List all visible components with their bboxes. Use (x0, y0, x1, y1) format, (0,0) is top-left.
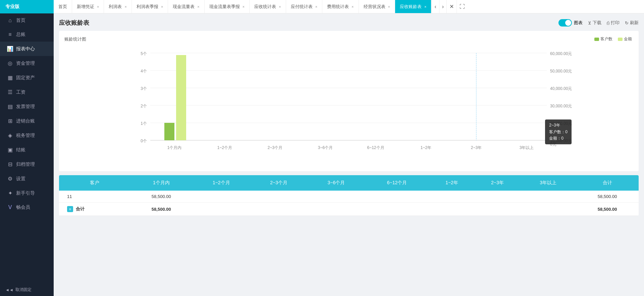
tab-ap-stat[interactable]: 应付统计表 × (286, 0, 322, 13)
sidebar-item-tax[interactable]: ◈ 税务管理 (0, 128, 54, 143)
svg-text:0元: 0元 (550, 142, 556, 147)
tax-icon: ◈ (7, 132, 13, 139)
tab-ar-aging[interactable]: 应收账龄表 × (395, 0, 431, 13)
th-y3plus: 3年以上 (520, 175, 576, 191)
download-btn[interactable]: ⊻ 下载 (588, 20, 601, 26)
page-content: 应收账龄表 图表 ⊻ 下载 ⎙ 打印 ↻ 刷新 (54, 13, 644, 296)
tab-ar-stat[interactable]: 应收统计表 × (250, 0, 286, 13)
sidebar-item-reports[interactable]: 📊 报表中心 (0, 42, 54, 56)
tab-home[interactable]: 首页 (54, 0, 72, 13)
legend-customer-label: 客户数 (600, 36, 612, 42)
sidebar-item-label: 发票管理 (16, 104, 35, 110)
sidebar-item-funds[interactable]: ◎ 资金管理 (0, 56, 54, 70)
sidebar-item-ledger[interactable]: ≡ 总账 (0, 28, 54, 42)
invoice-icon: ▤ (7, 103, 13, 110)
th-y23: 2~3年 (475, 175, 520, 191)
th-customer: 客户 (59, 175, 130, 191)
chart-container: 账龄统计图 客户数 金额 5个 4个 3个 2个 (59, 31, 639, 171)
stock-icon: ⊞ (7, 118, 13, 124)
total-y23 (475, 203, 520, 216)
sidebar-item-label: 税务管理 (16, 133, 35, 139)
tab-profit-q[interactable]: 利润表季报 × (132, 0, 168, 13)
total-m36 (308, 203, 365, 216)
svg-text:2个: 2个 (141, 104, 147, 108)
sidebar-item-label: 结账 (16, 147, 25, 153)
tab-ar-aging-label: 应收账龄表 (400, 4, 422, 10)
tab-ar-aging-close[interactable]: × (424, 5, 426, 9)
sidebar-item-label: 归档管理 (16, 161, 35, 167)
tab-business[interactable]: 经营状况表 × (359, 0, 395, 13)
cell-m36 (308, 191, 365, 203)
tab-profit-q-close[interactable]: × (161, 5, 163, 9)
cell-m1: 58,500.00 (130, 191, 193, 203)
chart-legend: 客户数 金额 (594, 36, 632, 42)
sidebar-item-settle[interactable]: ▣ 结账 (0, 143, 54, 157)
tab-expense-close[interactable]: × (352, 5, 354, 9)
refresh-btn[interactable]: ↻ 刷新 (625, 20, 639, 26)
th-m36: 3~6个月 (308, 175, 365, 191)
settle-icon: ▣ (7, 147, 13, 153)
tab-cashflow[interactable]: 现金流量表 × (168, 0, 204, 13)
cell-m23 (250, 191, 307, 203)
total-total: 58,500.00 (576, 203, 639, 216)
tab-next-btn[interactable]: › (439, 0, 446, 13)
tab-cashflow-close[interactable]: × (197, 5, 199, 9)
sidebar-item-home[interactable]: ⌂ 首页 (0, 13, 54, 28)
sidebar-item-guide[interactable]: ✦ 新手引导 (0, 186, 54, 200)
tab-ap-stat-close[interactable]: × (315, 5, 317, 9)
tab-cashflow-q[interactable]: 现金流量表季报 × (205, 0, 250, 13)
sidebar-item-member[interactable]: V 畅会员 (0, 200, 54, 214)
svg-text:3年以上: 3年以上 (520, 145, 534, 150)
tab-ar-stat-close[interactable]: × (279, 5, 281, 9)
svg-text:3~6个月: 3~6个月 (318, 145, 333, 150)
tab-business-label: 经营状况表 (364, 4, 385, 10)
settings-icon: ⚙ (7, 176, 13, 182)
main-area: 首页 新增凭证 × 利润表 × 利润表季报 × 现金流量表 × 现金流量表季报 … (54, 0, 644, 296)
svg-text:50,000.00元: 50,000.00元 (550, 69, 572, 73)
tab-cashflow-q-label: 现金流量表季报 (209, 4, 240, 10)
chart-toggle[interactable]: 图表 (558, 19, 583, 27)
tab-prev-btn[interactable]: ‹ (431, 0, 439, 13)
svg-text:4个: 4个 (141, 69, 147, 73)
header-actions: 图表 ⊻ 下载 ⎙ 打印 ↻ 刷新 (558, 19, 639, 27)
total-m23 (250, 203, 307, 216)
home-icon: ⌂ (7, 17, 13, 23)
funds-icon: ◎ (7, 60, 13, 66)
ar-aging-table: 客户 1个月内 1~2个月 2~3个月 3~6个月 6~12个月 1~2年 2~… (59, 175, 639, 216)
sidebar-pin-toggle[interactable]: ◄◄ 取消固定 (0, 284, 54, 296)
tab-expand-btn[interactable]: ⛶ (457, 0, 468, 13)
cell-y3plus (520, 191, 576, 203)
sidebar-item-label: 首页 (16, 17, 25, 23)
cell-y12 (429, 191, 475, 203)
sidebar-item-label: 报表中心 (16, 46, 35, 52)
tab-home-label: 首页 (58, 4, 67, 10)
tab-voucher[interactable]: 新增凭证 × (72, 0, 104, 13)
sidebar-item-salary[interactable]: ☰ 工资 (0, 85, 54, 99)
print-btn[interactable]: ⎙ 打印 (607, 20, 620, 26)
tab-voucher-close[interactable]: × (97, 5, 99, 9)
tab-cashflow-q-close[interactable]: × (243, 5, 245, 9)
sidebar-item-settings[interactable]: ⚙ 设置 (0, 171, 54, 186)
sidebar-item-label: 工资 (16, 89, 25, 95)
sidebar-item-stock[interactable]: ⊞ 进销台账 (0, 114, 54, 128)
download-icon: ⊻ (588, 20, 591, 26)
svg-text:3个: 3个 (141, 86, 147, 91)
legend-customer-color (594, 38, 599, 41)
table-row: 11 58,500.00 58,500.00 (59, 191, 639, 203)
tab-business-close[interactable]: × (388, 5, 390, 9)
page-title: 应收账龄表 (59, 19, 89, 27)
legend-amount-label: 金额 (624, 36, 632, 42)
sidebar-item-invoice[interactable]: ▤ 发票管理 (0, 99, 54, 114)
tab-expense[interactable]: 费用统计表 × (322, 0, 359, 13)
sidebar-item-archive[interactable]: ⊟ 归档管理 (0, 157, 54, 171)
tab-close-all-btn[interactable]: ✕ (446, 0, 457, 13)
sidebar-item-label: 设置 (16, 176, 25, 182)
tab-profit-close[interactable]: × (124, 5, 126, 9)
toggle-track[interactable] (558, 19, 572, 27)
sidebar-item-label: 总账 (16, 32, 25, 38)
legend-amount: 金额 (618, 36, 632, 42)
toggle-thumb (565, 20, 571, 26)
tab-profit[interactable]: 利润表 × (104, 0, 131, 13)
bar-customer-0 (164, 123, 174, 140)
sidebar-item-assets[interactable]: ▦ 固定资产 (0, 70, 54, 85)
